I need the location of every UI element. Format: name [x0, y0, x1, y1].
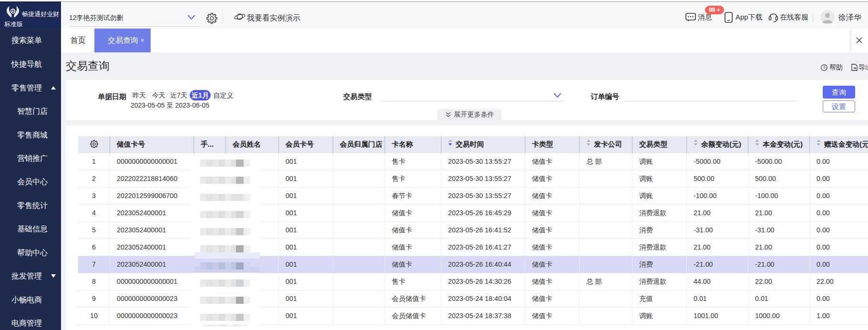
svg-text:?: ? [823, 65, 825, 70]
